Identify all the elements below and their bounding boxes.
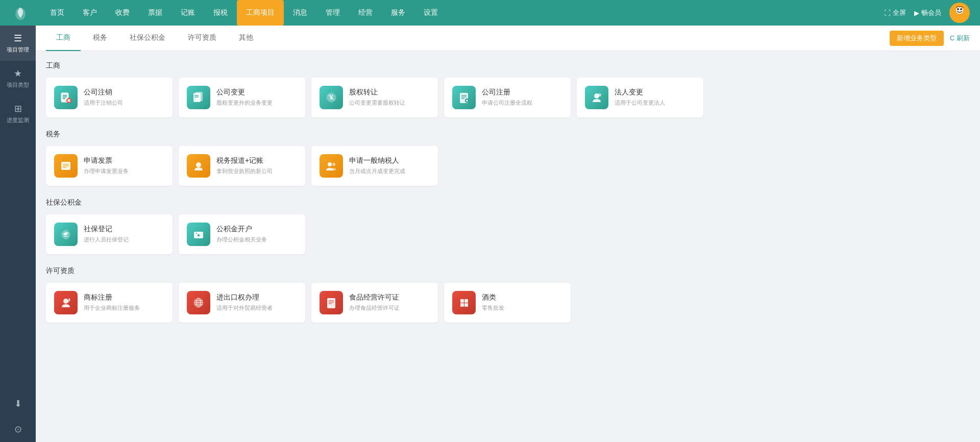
svg-rect-39 bbox=[194, 232, 203, 234]
invoice-desc: 办理申请发票业务 bbox=[84, 167, 164, 175]
section-shuiwu-title: 税务 bbox=[46, 130, 970, 139]
fullscreen-icon: ⛶ bbox=[884, 9, 891, 17]
refresh-button[interactable]: C 刷新 bbox=[950, 34, 970, 43]
top-navbar: 首页 客户 收费 票据 记账 报税 工商项目 消息 管理 经营 服务 设置 ⛶ … bbox=[0, 0, 980, 26]
equity-transfer-title: 股权转让 bbox=[349, 88, 430, 97]
nav-operation[interactable]: 经营 bbox=[349, 0, 382, 26]
nav-service[interactable]: 服务 bbox=[382, 0, 414, 26]
nav-tax[interactable]: 报税 bbox=[204, 0, 237, 26]
tax-report-info: 税务报道+记账 拿到营业执照的新公司 bbox=[216, 156, 297, 175]
social-security-desc: 进行人员社保登记 bbox=[84, 236, 164, 243]
tax-report-icon bbox=[187, 154, 210, 178]
taxpayer-info: 申请一般纳税人 当月或次月成变更完成 bbox=[349, 156, 430, 175]
company-change-info: 公司变更 股权变更外的业务变更 bbox=[216, 88, 297, 107]
provident-fund-info: 公积金开户 办理公积金相关业务 bbox=[216, 225, 297, 243]
liquor-icon bbox=[452, 291, 476, 314]
section-gongshang: 工商 bbox=[46, 61, 970, 117]
card-provident-fund[interactable]: 公积金开户 办理公积金相关业务 bbox=[179, 214, 305, 254]
invoice-title: 申请发票 bbox=[84, 156, 164, 165]
nav-message[interactable]: 消息 bbox=[284, 0, 316, 26]
list-icon: ☰ bbox=[14, 33, 22, 44]
equity-transfer-icon: ¥ bbox=[320, 86, 343, 109]
section-shebao: 社保公积金 社保登记 bbox=[46, 198, 970, 254]
social-security-icon bbox=[54, 223, 78, 246]
svg-point-34 bbox=[196, 162, 201, 167]
avatar[interactable] bbox=[949, 3, 970, 23]
sidebar-item-project-manage[interactable]: ☰ 项目管理 bbox=[0, 26, 36, 61]
card-invoice[interactable]: 申请发票 办理申请发票业务 bbox=[46, 146, 173, 186]
location-icon: ⊙ bbox=[14, 424, 22, 435]
card-social-security[interactable]: 社保登记 进行人员社保登记 bbox=[46, 214, 173, 254]
svg-point-35 bbox=[328, 162, 332, 166]
tabs-actions: 新增业务类型 C 刷新 bbox=[890, 31, 970, 46]
sidebar-location[interactable]: ⊙ bbox=[0, 416, 36, 442]
card-food-license[interactable]: 食品经营许可证 办理食品经营许可证 bbox=[311, 283, 438, 323]
card-import-export[interactable]: 进出口权办理 适用于对外贸易经营者 bbox=[179, 283, 305, 323]
svg-rect-51 bbox=[464, 299, 468, 303]
tab-other[interactable]: 其他 bbox=[229, 26, 263, 51]
nav-items: 首页 客户 收费 票据 记账 报税 工商项目 消息 管理 经营 服务 设置 bbox=[41, 0, 884, 26]
download-icon: ⬇ bbox=[14, 398, 22, 409]
liquor-title: 酒类 bbox=[482, 293, 562, 302]
legal-change-info: 法人变更 适用于公司变更法人 bbox=[615, 88, 695, 107]
svg-rect-53 bbox=[464, 303, 468, 307]
shuiwu-card-grid: 申请发票 办理申请发票业务 税务报道+记账 bbox=[46, 146, 970, 186]
svg-point-36 bbox=[332, 163, 335, 166]
nav-accounting[interactable]: 记账 bbox=[172, 0, 204, 26]
nav-settings[interactable]: 设置 bbox=[414, 0, 447, 26]
sidebar-item-project-type[interactable]: ★ 项目类型 bbox=[0, 61, 36, 96]
import-export-icon bbox=[187, 291, 210, 314]
tax-report-title: 税务报道+记账 bbox=[216, 156, 297, 165]
tab-shuiwu[interactable]: 税务 bbox=[83, 26, 117, 51]
add-business-type-button[interactable]: 新增业务类型 bbox=[890, 31, 944, 46]
provident-fund-title: 公积金开户 bbox=[216, 225, 297, 234]
svg-point-5 bbox=[953, 10, 956, 12]
company-register-info: 公司注册 申请公司注册全流程 bbox=[482, 88, 562, 107]
nav-fee[interactable]: 收费 bbox=[106, 0, 139, 26]
nav-ticket[interactable]: 票据 bbox=[139, 0, 172, 26]
nav-business[interactable]: 工商项目 bbox=[237, 0, 284, 26]
card-legal-change[interactable]: 法人变更 适用于公司变更法人 bbox=[577, 78, 703, 117]
provident-fund-desc: 办理公积金相关业务 bbox=[216, 236, 297, 243]
card-equity-transfer[interactable]: ¥ 股权转让 公司变更需要股权转让 bbox=[311, 78, 438, 117]
company-register-desc: 申请公司注册全流程 bbox=[482, 99, 562, 107]
card-company-register[interactable]: 公司注册 申请公司注册全流程 bbox=[444, 78, 571, 117]
card-company-change[interactable]: 公司变更 股权变更外的业务变更 bbox=[179, 78, 305, 117]
shebao-card-grid: 社保登记 进行人员社保登记 bbox=[46, 214, 970, 254]
section-gongshang-title: 工商 bbox=[46, 61, 970, 70]
grid-icon: ⊞ bbox=[14, 103, 22, 114]
trademark-icon bbox=[54, 291, 78, 314]
card-tax-report[interactable]: 税务报道+记账 拿到营业执照的新公司 bbox=[179, 146, 305, 186]
company-cancel-info: 公司注销 适用于注销公司 bbox=[84, 88, 164, 107]
equity-transfer-desc: 公司变更需要股权转让 bbox=[349, 99, 430, 107]
fullscreen-button[interactable]: ⛶ 全屏 bbox=[884, 8, 906, 17]
nav-right: ⛶ 全屏 ▶ 畅会员 bbox=[884, 3, 970, 23]
nav-manage[interactable]: 管理 bbox=[316, 0, 349, 26]
company-register-title: 公司注册 bbox=[482, 88, 562, 97]
sidebar-item-progress[interactable]: ⊞ 进度监测 bbox=[0, 96, 36, 131]
svg-rect-52 bbox=[460, 303, 464, 307]
taxpayer-title: 申请一般纳税人 bbox=[349, 156, 430, 165]
vip-button[interactable]: ▶ 畅会员 bbox=[914, 8, 941, 17]
liquor-info: 酒类 零售批发 bbox=[482, 293, 562, 312]
card-company-cancel[interactable]: 公司注销 适用于注销公司 bbox=[46, 78, 173, 117]
section-xuke-title: 许可资质 bbox=[46, 266, 970, 276]
xuke-card-grid: 商标注册 用于企业商标注册服务 bbox=[46, 283, 970, 323]
card-taxpayer[interactable]: 申请一般纳税人 当月或次月成变更完成 bbox=[311, 146, 438, 186]
tab-shebao[interactable]: 社保公积金 bbox=[119, 26, 176, 51]
food-license-icon bbox=[320, 291, 343, 314]
invoice-info: 申请发票 办理申请发票业务 bbox=[84, 156, 164, 175]
play-icon: ▶ bbox=[914, 9, 919, 17]
nav-customer[interactable]: 客户 bbox=[74, 0, 106, 26]
taxpayer-icon bbox=[320, 154, 343, 178]
tab-gongshang[interactable]: 工商 bbox=[46, 26, 81, 51]
scroll-content[interactable]: 工商 bbox=[36, 51, 980, 442]
tab-xuke[interactable]: 许可资质 bbox=[178, 26, 227, 51]
svg-point-3 bbox=[957, 8, 959, 10]
trademark-info: 商标注册 用于企业商标注册服务 bbox=[84, 293, 164, 312]
svg-point-29 bbox=[598, 93, 601, 96]
nav-home[interactable]: 首页 bbox=[41, 0, 74, 26]
card-liquor[interactable]: 酒类 零售批发 bbox=[444, 283, 571, 323]
sidebar-download[interactable]: ⬇ bbox=[0, 391, 36, 416]
card-trademark[interactable]: 商标注册 用于企业商标注册服务 bbox=[46, 283, 173, 323]
